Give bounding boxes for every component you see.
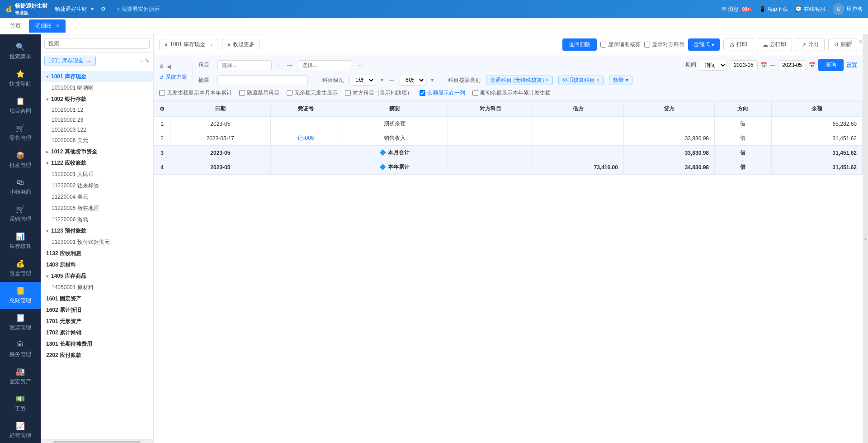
- checkbox-no-occurrence[interactable]: 无发生额显示本月本年累计: [159, 89, 232, 97]
- tag-quantity[interactable]: 数量 ▾: [609, 76, 632, 85]
- level-to-select[interactable]: 6级1级2级3级4级5级: [400, 75, 425, 86]
- sidebar-item-fixed-assets[interactable]: 🏭 固定资产: [0, 363, 41, 390]
- tree-item-1801[interactable]: 1801 长期待摊费用: [41, 338, 153, 350]
- voucher-link[interactable]: 记-006: [297, 135, 314, 141]
- refresh-button[interactable]: ↺ 刷新: [828, 38, 857, 51]
- checkbox-no-balance[interactable]: 无余额无发生显示: [287, 89, 338, 97]
- tag-close-icon[interactable]: ×: [546, 77, 548, 83]
- company-dropdown-icon[interactable]: ▾: [91, 6, 94, 12]
- tab-close-icon[interactable]: ×: [56, 23, 59, 29]
- tree-item-11230001[interactable]: 11230001 预付账款美元: [41, 237, 153, 248]
- tree-item-11220006[interactable]: 11220006 游戏: [41, 214, 153, 225]
- online-service-button[interactable]: 💬 在线客服: [795, 5, 826, 13]
- breadcrumb[interactable]: ∧ 1001 库存现金 →: [159, 39, 218, 50]
- subject-from-input[interactable]: [217, 60, 272, 70]
- tree-scroll-bar[interactable]: [41, 439, 153, 443]
- tab-home[interactable]: 首页: [4, 19, 27, 33]
- period-to-value[interactable]: 2023-05: [778, 60, 806, 70]
- sidebar-item-purchase[interactable]: 🛒 采购管理: [0, 200, 41, 228]
- settings-icon[interactable]: ⚙: [101, 6, 106, 12]
- filter-settings-icon[interactable]: ⚙: [159, 63, 164, 70]
- cloud-print-button[interactable]: ☁ 云打印: [757, 38, 792, 51]
- collapse-filter-icon[interactable]: ◀: [167, 63, 171, 70]
- tree-item-2202[interactable]: 2202 应付账款: [41, 350, 153, 361]
- amount-mode-button[interactable]: 金额式 ▾: [688, 38, 720, 51]
- col-debit: 借方: [533, 101, 623, 117]
- window-maximize-icon[interactable]: ⊡: [847, 38, 853, 45]
- tree-item-1602[interactable]: 1602 累计折旧: [41, 305, 153, 316]
- sidebar-item-payroll[interactable]: 💵 工资: [0, 390, 41, 417]
- breadcrumb-navigate-icon[interactable]: →: [207, 41, 213, 48]
- show-contra-checkbox[interactable]: 显示对方科目: [644, 41, 684, 48]
- subject-to-input[interactable]: [298, 60, 352, 70]
- tree-item-1403[interactable]: 1403 原材料: [41, 259, 153, 271]
- right-panel-toggle[interactable]: ›: [863, 34, 868, 443]
- edit-icon[interactable]: ✎: [145, 57, 150, 64]
- sidebar-item-invoice[interactable]: 🧾 发票管理: [0, 309, 41, 336]
- sidebar-item-search[interactable]: 🔍 搜索菜单: [0, 38, 41, 65]
- tree-item-1012[interactable]: ▸ 1012 其他货币资金: [41, 146, 153, 157]
- cell-voucher: [270, 146, 341, 160]
- sidebar-item-ledger[interactable]: 📒 总账管理: [0, 282, 41, 309]
- sidebar-item-funds[interactable]: 💰 资金管理: [0, 255, 41, 282]
- settings-link[interactable]: 设置: [846, 61, 857, 69]
- tab-detail[interactable]: 明细账 ×: [29, 19, 66, 33]
- tree-item-11220005[interactable]: 11220005 所在地区: [41, 203, 153, 214]
- period-type-select[interactable]: 期间: [699, 60, 727, 71]
- col-settings-icon[interactable]: ⚙: [160, 106, 165, 112]
- period-cal-from-icon[interactable]: 📅: [760, 62, 767, 68]
- tree-item-11220001[interactable]: 11220001 人民币: [41, 169, 153, 180]
- level-from-select[interactable]: 1级2级3级4级5级6级: [349, 75, 375, 86]
- tree-item-10020001[interactable]: 10020001 12: [41, 105, 153, 115]
- sidebar-item-retail[interactable]: 🛒 零售管理: [0, 119, 41, 147]
- tree-item-1122[interactable]: ▾ 1122 应收账款: [41, 157, 153, 169]
- subject-search-input[interactable]: [44, 38, 150, 49]
- tree-item-11220004[interactable]: 11220004 美元: [41, 191, 153, 203]
- export-button[interactable]: ↗ 导出: [796, 38, 825, 51]
- window-close-icon[interactable]: ×: [859, 38, 863, 46]
- tag-foreign-subject[interactable]: 外币核算科目 ×: [558, 76, 604, 85]
- tree-item-1132[interactable]: 1132 应收利息: [41, 248, 153, 259]
- tree-item-1701[interactable]: 1701 无形资产: [41, 316, 153, 327]
- checkbox-contra-aux[interactable]: 对方科目（显示辅助项）: [345, 89, 412, 97]
- tree-item-1002[interactable]: ▾ 1002 银行存款: [41, 94, 153, 105]
- summary-input[interactable]: [217, 75, 308, 85]
- message-button[interactable]: ✉ 消息 99+: [722, 5, 752, 13]
- tag-close-icon2[interactable]: ×: [597, 77, 599, 83]
- tree-item-1405[interactable]: ▾ 1405 库存商品: [41, 271, 153, 282]
- tree-item-1123[interactable]: ▾ 1123 预付账款: [41, 225, 153, 237]
- tag-normal-subject[interactable]: 普通科目 (无特殊核算) ×: [486, 76, 553, 85]
- selected-subject-arrow[interactable]: →: [86, 58, 92, 64]
- tree-item-1702[interactable]: 1702 累计摊销: [41, 327, 153, 338]
- tree-item-11220002[interactable]: 11220002 往来标签: [41, 180, 153, 191]
- checkbox-hide-disabled[interactable]: 隐藏禁用科目: [239, 89, 279, 97]
- tree-item-10020003[interactable]: 10020003 122: [41, 125, 153, 135]
- more-button[interactable]: ∧ 收起更多: [222, 39, 259, 50]
- sidebar-item-tax[interactable]: 🏛 税务管理: [0, 336, 41, 363]
- tree-item-10020006[interactable]: 10020006 美元: [41, 135, 153, 146]
- sidebar-item-ecommerce[interactable]: 🛍 小畅电商: [0, 174, 41, 200]
- app-download-button[interactable]: 📱 App下载: [759, 5, 788, 13]
- sidebar-item-inventory[interactable]: 📊 库存核算: [0, 228, 41, 255]
- demo-link[interactable]: ○ 我要看实例演示: [117, 5, 160, 13]
- checkbox-balance-one-col[interactable]: 余额显示在一列: [420, 89, 465, 97]
- show-auxiliary-checkbox[interactable]: 显示辅助核算: [600, 41, 641, 48]
- period-cal-to-icon[interactable]: 📅: [809, 62, 816, 68]
- tree-item-10010001[interactable]: 10010001 哟哟哟: [41, 82, 153, 94]
- period-from-value[interactable]: 2023-05: [730, 60, 758, 70]
- list-view-icon[interactable]: ≡: [139, 57, 143, 64]
- sidebar-item-wholesale[interactable]: 📦 批发管理: [0, 147, 41, 174]
- tree-item-10020002[interactable]: 10020002 23: [41, 115, 153, 125]
- query-button[interactable]: 查询: [818, 59, 844, 71]
- tree-item-1601[interactable]: 1601 固定资产: [41, 293, 153, 305]
- checkbox-opening-ytd[interactable]: 期初余额显示本年累计发生额: [472, 89, 551, 97]
- sidebar-item-project[interactable]: 📋 项目合同: [0, 92, 41, 119]
- return-old-button[interactable]: 退回旧版: [562, 38, 597, 51]
- user-menu[interactable]: U 用户名: [833, 3, 863, 15]
- tree-item-1001[interactable]: ▾ 1001 库存现金: [41, 71, 153, 82]
- scheme-button[interactable]: ↺ 系统方案: [159, 73, 187, 81]
- sidebar-item-quick-nav[interactable]: ⭐ 快捷导航: [0, 65, 41, 92]
- tree-item-14050001[interactable]: 14050001 原材料: [41, 282, 153, 293]
- sidebar-item-operations[interactable]: 📈 经营管理: [0, 417, 41, 443]
- print-button[interactable]: 🖨 打印: [723, 38, 753, 51]
